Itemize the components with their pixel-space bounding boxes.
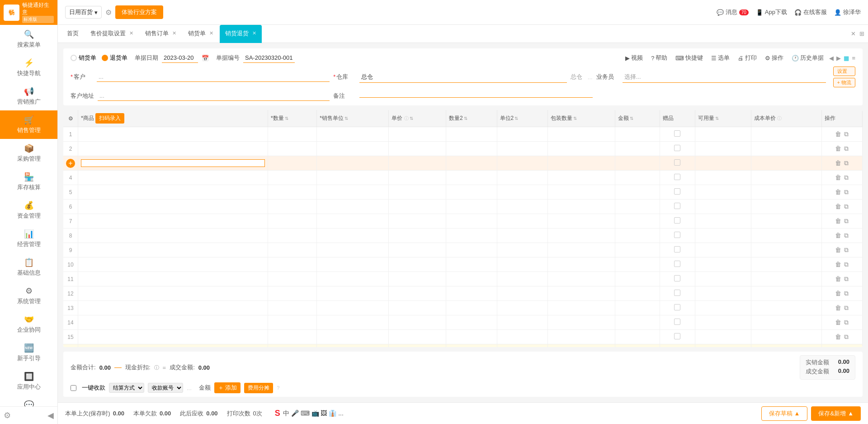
row-4-pkg-qty[interactable] <box>548 171 615 185</box>
row-6-qty[interactable] <box>268 200 316 214</box>
save-new-button[interactable]: 保存&新增 ▲ <box>811 406 861 421</box>
row-7-product[interactable] <box>78 214 268 229</box>
row-5-gift-checkbox[interactable] <box>674 188 680 195</box>
warehouse-more-icon[interactable]: ... <box>588 74 593 81</box>
sidebar-item-purchase[interactable]: 📦 采购管理 <box>0 139 57 167</box>
row-6-unit-price[interactable] <box>389 200 446 214</box>
tab-sales-order-close[interactable]: ✕ <box>172 30 176 36</box>
sidebar-item-apps[interactable]: 🔲 应用中心 <box>0 367 57 395</box>
row-10-product[interactable] <box>78 257 268 272</box>
row-7-cost-price[interactable] <box>751 214 821 229</box>
row-7-sales-unit[interactable] <box>317 214 389 229</box>
row-12-unit-price[interactable] <box>389 286 446 301</box>
row-9-sales-unit[interactable] <box>317 243 389 257</box>
row-13-unit2[interactable] <box>497 301 548 315</box>
row-13-sales-unit[interactable] <box>317 301 389 315</box>
row-2-amount[interactable] <box>615 142 660 156</box>
sidebar-item-basic[interactable]: 📋 基础信息 <box>0 253 57 281</box>
row-13-unit-price[interactable] <box>389 301 446 315</box>
row-9-product[interactable] <box>78 243 268 257</box>
row-8-product[interactable] <box>78 229 268 243</box>
row-12-amount[interactable] <box>615 286 660 301</box>
row-14-cost-price[interactable] <box>751 315 821 330</box>
row-10-gift[interactable] <box>660 257 695 272</box>
row-12-qty2[interactable] <box>446 286 497 301</box>
row-15-product[interactable] <box>78 330 268 344</box>
row-2-sales-unit[interactable] <box>317 142 389 156</box>
sidebar-item-sales[interactable]: 🛒 销售管理 <box>0 110 57 139</box>
row-13-qty[interactable] <box>268 301 316 315</box>
row-13-cost-price[interactable] <box>751 301 821 315</box>
account-more[interactable]: ... <box>187 385 192 391</box>
row-11-gift-checkbox[interactable] <box>674 275 680 281</box>
table-view-icon[interactable]: ▦ <box>844 55 849 62</box>
online-service-button[interactable]: 🎧 在线客服 <box>794 8 827 16</box>
row-5-unit-price[interactable] <box>389 185 446 200</box>
row-1-qty2[interactable] <box>446 127 497 142</box>
row-1-cost-price[interactable] <box>751 127 821 142</box>
expense-split-button[interactable]: 费用分摊 <box>244 383 273 393</box>
row-8-qty2[interactable] <box>446 229 497 243</box>
row-3-product[interactable] <box>78 156 268 171</box>
row-11-copy-icon[interactable]: ⧉ <box>844 275 849 283</box>
sidebar-item-guide[interactable]: 🆕 新手引导 <box>0 338 57 367</box>
row-6-gift-checkbox[interactable] <box>674 203 680 209</box>
operate-btn[interactable]: ⚙ 操作 <box>762 53 786 63</box>
row-10-unit2[interactable] <box>497 257 548 272</box>
settings-bottom-icon[interactable]: ⚙ <box>4 410 11 420</box>
row-14-amount[interactable] <box>615 315 660 330</box>
row-7-unit-price[interactable] <box>389 214 446 229</box>
row-4-sales-unit[interactable] <box>317 171 389 185</box>
row-15-gift-checkbox[interactable] <box>674 333 680 339</box>
row-11-unit-price[interactable] <box>389 272 446 286</box>
row-3-cost-price[interactable] <box>751 156 821 171</box>
row-10-amount[interactable] <box>615 257 660 272</box>
row-7-qty[interactable] <box>268 214 316 229</box>
row-9-qty[interactable] <box>268 243 316 257</box>
user-profile[interactable]: 👤 徐泽华 <box>834 8 861 16</box>
tab-price-extract-close[interactable]: ✕ <box>129 30 133 36</box>
select-btn[interactable]: ☰ 选单 <box>708 53 732 63</box>
row-1-product[interactable] <box>78 127 268 142</box>
row-4-gift-checkbox[interactable] <box>674 174 680 180</box>
row-13-qty2[interactable] <box>446 301 497 315</box>
row-12-available[interactable] <box>695 286 751 301</box>
row-6-copy-icon[interactable]: ⧉ <box>844 203 849 210</box>
print-btn[interactable]: 🖨 打印 <box>735 53 760 63</box>
row-12-product[interactable] <box>78 286 268 301</box>
row-9-pkg-qty[interactable] <box>548 243 615 257</box>
row-6-product[interactable] <box>78 200 268 214</box>
row-1-amount[interactable] <box>615 127 660 142</box>
row-3-gift[interactable] <box>660 156 695 171</box>
row-9-available[interactable] <box>695 243 751 257</box>
row-15-copy-icon[interactable]: ⧉ <box>844 333 849 341</box>
row-10-qty[interactable] <box>268 257 316 272</box>
row-14-qty[interactable] <box>268 315 316 330</box>
row-10-cost-price[interactable] <box>751 257 821 272</box>
row-4-unit2[interactable] <box>497 171 548 185</box>
tab-sales-return-close[interactable]: ✕ <box>252 30 256 36</box>
row-15-qty2[interactable] <box>446 330 497 344</box>
row-8-copy-icon[interactable]: ⧉ <box>844 232 849 239</box>
row-14-gift[interactable] <box>660 315 695 330</box>
row-3-copy-icon[interactable]: ⧉ <box>844 159 849 167</box>
row-5-amount[interactable] <box>615 185 660 200</box>
row-6-qty2[interactable] <box>446 200 497 214</box>
row-10-pkg-qty[interactable] <box>548 257 615 272</box>
row-6-delete-icon[interactable]: 🗑 <box>835 203 841 210</box>
tab-close-all-icon[interactable]: ✕ <box>851 30 856 37</box>
row-3-unit-price[interactable] <box>389 156 446 171</box>
row-7-amount[interactable] <box>615 214 660 229</box>
row-2-copy-icon[interactable]: ⧉ <box>844 145 849 152</box>
row-13-amount[interactable] <box>615 301 660 315</box>
row-4-unit-price[interactable] <box>389 171 446 185</box>
row-8-gift-checkbox[interactable] <box>674 232 680 238</box>
row-5-sales-unit[interactable] <box>317 185 389 200</box>
row-4-copy-icon[interactable]: ⧉ <box>844 174 849 181</box>
row-9-qty2[interactable] <box>446 243 497 257</box>
sidebar-item-marketing[interactable]: 📢 营销推广 <box>0 82 57 110</box>
row-4-cost-price[interactable] <box>751 171 821 185</box>
row-12-delete-icon[interactable]: 🗑 <box>835 290 841 297</box>
row-3-available[interactable] <box>695 156 751 171</box>
tab-sales-return[interactable]: 销货退货 ✕ <box>220 25 262 43</box>
